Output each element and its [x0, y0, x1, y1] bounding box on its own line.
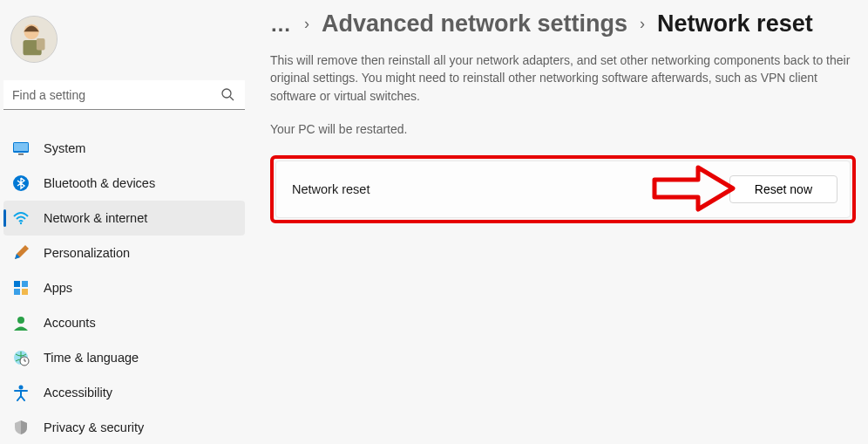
page-description: This will remove then reinstall all your…	[270, 51, 856, 105]
nav-label: System	[44, 141, 85, 155]
chevron-right-icon: ›	[640, 15, 645, 33]
svg-rect-8	[18, 154, 24, 155]
nav-item-personalization[interactable]: Personalization	[0, 236, 248, 270]
svg-rect-14	[22, 289, 28, 295]
nav-item-privacy[interactable]: Privacy & security	[0, 410, 248, 444]
accessibility-icon	[12, 384, 30, 401]
nav-item-accounts[interactable]: Accounts	[0, 305, 248, 340]
wifi-icon	[12, 209, 30, 227]
svg-rect-3	[37, 38, 45, 50]
nav-item-bluetooth[interactable]: Bluetooth & devices	[0, 166, 248, 201]
svg-rect-12	[22, 281, 28, 287]
svg-point-4	[222, 89, 231, 98]
search-field-row	[3, 80, 245, 110]
annotation-highlight-box: Network reset Reset now	[270, 155, 856, 223]
svg-point-15	[17, 317, 24, 324]
svg-point-10	[20, 222, 22, 224]
svg-rect-7	[14, 143, 28, 151]
nav-label: Accessibility	[44, 386, 112, 400]
breadcrumb-ellipsis[interactable]: …	[270, 12, 292, 37]
breadcrumb: … › Advanced network settings › Network …	[270, 10, 856, 38]
nav-label: Personalization	[44, 246, 130, 260]
nav-label: Network & internet	[44, 211, 147, 225]
nav-item-apps[interactable]: Apps	[0, 270, 248, 305]
svg-rect-13	[14, 289, 20, 295]
nav-item-system[interactable]: System	[0, 131, 248, 166]
user-avatar[interactable]	[10, 16, 58, 63]
person-icon	[12, 314, 30, 331]
clock-globe-icon	[12, 349, 30, 366]
network-reset-card: Network reset Reset now	[275, 161, 851, 218]
main-content: … › Advanced network settings › Network …	[270, 10, 859, 223]
apps-icon	[12, 279, 30, 297]
nav-label: Time & language	[44, 351, 139, 365]
reset-now-button[interactable]: Reset now	[729, 175, 837, 203]
brush-icon	[12, 244, 30, 262]
card-label: Network reset	[292, 182, 370, 196]
svg-point-18	[19, 386, 24, 390]
svg-line-5	[230, 97, 234, 100]
sidebar: System Bluetooth & devices Network & int…	[0, 0, 248, 444]
breadcrumb-current: Network reset	[657, 10, 813, 38]
nav-label: Apps	[44, 281, 72, 295]
search-input[interactable]	[3, 80, 245, 110]
restart-note: Your PC will be restarted.	[270, 122, 856, 136]
monitor-icon	[12, 140, 30, 157]
bluetooth-icon	[12, 174, 30, 192]
svg-rect-11	[14, 281, 20, 287]
nav-list: System Bluetooth & devices Network & int…	[0, 131, 248, 444]
nav-label: Bluetooth & devices	[44, 176, 155, 190]
breadcrumb-parent-link[interactable]: Advanced network settings	[322, 10, 627, 38]
nav-item-network[interactable]: Network & internet	[3, 201, 245, 236]
nav-label: Privacy & security	[44, 420, 144, 434]
search-icon	[220, 87, 234, 101]
nav-item-accessibility[interactable]: Accessibility	[0, 375, 248, 410]
nav-label: Accounts	[44, 316, 96, 330]
nav-item-time[interactable]: Time & language	[0, 340, 248, 375]
shield-icon	[12, 419, 30, 436]
chevron-right-icon: ›	[304, 15, 309, 33]
